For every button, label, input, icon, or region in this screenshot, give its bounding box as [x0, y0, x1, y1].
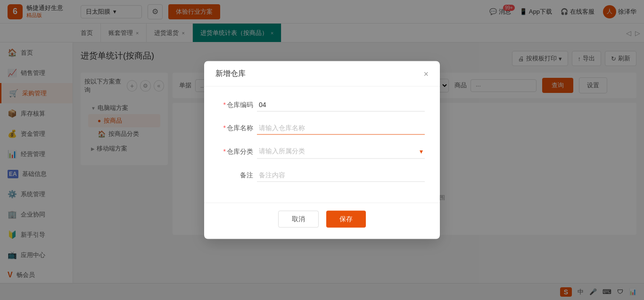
name-label: 仓库名称 [219, 124, 257, 132]
code-input[interactable] [257, 98, 425, 112]
category-label: 仓库分类 [219, 147, 257, 156]
name-input[interactable] [257, 121, 425, 135]
note-label: 备注 [219, 171, 257, 179]
category-select[interactable]: 请输入所属分类 ▾ [257, 144, 425, 159]
form-row-category: 仓库分类 请输入所属分类 ▾ [219, 144, 425, 159]
form-row-code: 仓库编码 [219, 98, 425, 112]
modal-close-button[interactable]: × [423, 69, 429, 78]
cancel-button[interactable]: 取消 [278, 211, 319, 228]
category-chevron-icon: ▾ [420, 148, 423, 155]
modal-title: 新增仓库 [215, 69, 246, 79]
modal-footer: 取消 保存 [204, 203, 440, 239]
modal-body: 仓库编码 仓库名称 仓库分类 请输入所属分类 ▾ 备注 [204, 87, 440, 203]
note-input[interactable] [257, 168, 425, 182]
code-label: 仓库编码 [219, 100, 257, 109]
form-row-name: 仓库名称 [219, 121, 425, 135]
add-warehouse-modal: 新增仓库 × 仓库编码 仓库名称 仓库分类 请输入所属分类 ▾ 备注 取消 保存 [204, 61, 440, 239]
form-row-note: 备注 [219, 168, 425, 182]
modal-header: 新增仓库 × [204, 61, 440, 87]
save-button[interactable]: 保存 [326, 211, 366, 228]
